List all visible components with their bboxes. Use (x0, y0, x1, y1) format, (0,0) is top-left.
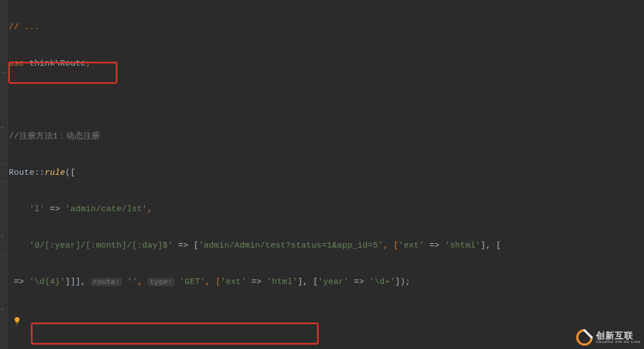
code-line: // ... (9, 18, 644, 36)
code-line: 'l' => 'admin/cate/lst', (9, 200, 644, 218)
code-editor[interactable]: // ... use think\Route; //注册方法1：动态注册 Rou… (9, 0, 644, 349)
code-line (9, 309, 644, 327)
code-line: 'd/[:year]/[:month]/[:day]$' => ['admin/… (9, 237, 644, 255)
fold-icon[interactable]: ⌐ (1, 234, 7, 240)
intention-bulb-icon[interactable] (13, 314, 21, 321)
fold-icon[interactable]: − (1, 253, 7, 258)
parameter-hint: type: (148, 278, 175, 286)
watermark-logo: 创新互联 CHUANG XIN HU LIAN (576, 329, 641, 346)
watermark-text-en: CHUANG XIN HU LIAN (596, 340, 641, 343)
fold-icon[interactable]: ⌐ (1, 307, 7, 313)
code-line: use think\Route; (9, 55, 644, 73)
code-line: => '\d{4}']]], route: '', type: 'GET', [… (9, 273, 644, 291)
editor-gutter (0, 0, 8, 349)
watermark-icon (576, 329, 593, 346)
fold-icon[interactable]: − (1, 162, 7, 167)
code-line (9, 91, 644, 109)
fold-icon[interactable]: ⌐ (1, 125, 7, 131)
code-line: Route::rule([ (9, 164, 644, 182)
code-line: return [ (9, 346, 644, 349)
code-line: //注册方法1：动态注册 (9, 127, 644, 146)
fold-icon[interactable]: − (1, 71, 7, 76)
watermark-text-cn: 创新互联 (596, 331, 641, 340)
parameter-hint: route: (91, 278, 122, 286)
fold-icon[interactable]: − (1, 180, 7, 185)
